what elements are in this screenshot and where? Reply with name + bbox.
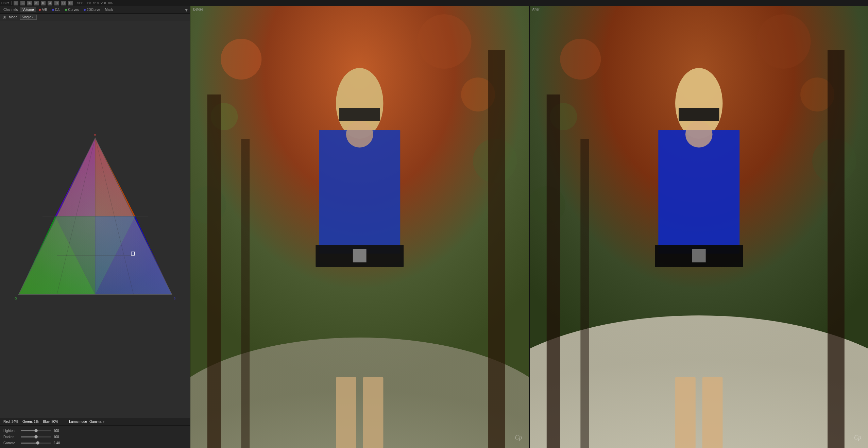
tab-curves-label: Curves [68,8,79,12]
slider-gamma-track[interactable] [21,443,51,444]
color-info-luma: Luma mode Gamma ▾ [69,420,104,424]
tab-curves-dot [65,9,67,11]
svg-point-30 [417,14,472,69]
svg-point-63 [685,121,712,148]
slider-darken-label: Darken [3,435,19,439]
svg-rect-38 [241,139,250,448]
after-label: After [532,7,540,11]
tab-cl[interactable]: C/L [50,7,63,12]
slider-row-gamma: Gamma 2.40 [3,440,187,446]
toolbar-separator-1 [11,1,12,5]
svg-rect-37 [488,50,505,448]
before-watermark: Cp [515,434,522,441]
svg-rect-55 [546,94,560,448]
slider-gamma-label: Gamma [3,441,19,445]
tab-ab[interactable]: A/B [37,7,49,12]
toolbar-info-h: H: 0 [86,1,91,5]
svg-point-29 [221,39,261,80]
svg-rect-65 [702,377,722,448]
slider-lighten-label: Lighten [3,429,19,433]
tab-curves[interactable]: Curves [63,7,81,12]
slider-lighten-fill [21,430,36,431]
svg-rect-43 [353,249,367,262]
svg-point-48 [560,39,601,80]
toolbar-info-o: 0% [108,1,113,5]
toolbar-hsps[interactable]: HSPs [1,1,9,5]
before-photo-svg [190,6,529,448]
color-info-green-value: 1% [34,420,38,424]
toolbar-info-s: S: 0 [93,1,99,5]
after-photo-svg [530,6,868,448]
mode-label: Mode [9,15,17,19]
toolbar-icon-4[interactable]: ✕ [34,1,39,5]
tab-volume-label: Volume [22,8,34,12]
after-image-panel: After [530,6,868,448]
toolbar-icon-9[interactable]: ⊟ [68,1,73,5]
tab-2dcurve[interactable]: 2DCurve [82,7,102,12]
toolbar-icon-1[interactable]: ⊞ [14,1,18,5]
slider-lighten-thumb[interactable] [34,429,38,432]
svg-rect-57 [580,139,589,448]
toolbar-icon-2[interactable]: ↔ [20,1,25,5]
slider-row-darken: Darken 100 [3,434,187,440]
panel-collapse-button[interactable]: ▼ [184,7,189,13]
svg-rect-59 [679,108,719,121]
color-wheel-svg: R G B [10,131,180,308]
svg-rect-45 [336,377,356,448]
svg-rect-41 [319,130,400,254]
toolbar-info-sec: SEC [77,1,84,5]
slider-lighten-value: 100 [53,429,64,433]
slider-gamma-fill [21,443,38,444]
tab-cl-label: C/L [55,8,61,12]
before-photo [190,6,529,448]
tab-volume[interactable]: Volume [20,7,36,12]
color-info-red-label: Red: [3,420,11,424]
svg-point-44 [346,121,373,148]
color-info-red-value: 24% [12,420,18,424]
toolbar-icon-7[interactable]: ⊙ [54,1,59,5]
mode-select[interactable]: Single Paired Multi [20,15,37,20]
toolbar-icon-5[interactable]: ⊠ [41,1,46,5]
toolbar-icon-6[interactable]: ◈ [48,1,52,5]
svg-rect-46 [363,377,384,448]
svg-rect-36 [207,94,221,448]
mode-radio[interactable] [3,16,6,19]
svg-rect-56 [828,50,845,448]
after-photo [530,6,868,448]
svg-rect-64 [675,377,696,448]
slider-darken-thumb[interactable] [34,435,38,438]
color-info-red: Red: 24% [3,420,18,424]
tab-channels[interactable]: Channels [1,7,20,12]
color-info-luma-value: Gamma [89,420,102,424]
svg-point-54 [530,315,868,448]
tab-mask[interactable]: Mask [103,7,115,12]
mode-row: Mode Single Paired Multi ▾ [0,14,190,21]
toolbar-icon-8[interactable]: ❑ [61,1,66,5]
color-wheel-area[interactable]: R G B [0,21,190,418]
tab-mask-label: Mask [105,8,113,12]
slider-darken-track[interactable] [21,436,51,437]
tab-2dcurve-label: 2DCurve [87,8,100,12]
slider-lighten-track[interactable] [21,430,51,431]
top-toolbar: HSPs ⊞ ↔ ⊕ ✕ ⊠ ◈ ⊙ ❑ ⊟ SEC H: 0 S: 0 V: … [0,0,868,6]
mode-radio-inner [4,16,5,18]
slider-darken-fill [21,436,36,437]
after-watermark: Cp [854,434,861,441]
color-info-row: Red: 24% Green: 1% Blue: 80% Luma mode G… [0,418,190,425]
tab-cl-dot [52,9,54,11]
svg-text:R: R [94,133,96,137]
luma-dropdown-icon[interactable]: ▾ [103,420,104,424]
toolbar-info-v: V: 0 [101,1,106,5]
svg-text:B: B [173,297,175,300]
slider-darken-value: 100 [53,435,64,439]
before-image-panel: Before [190,6,529,448]
toolbar-icon-3[interactable]: ⊕ [27,1,32,5]
before-label: Before [193,7,203,11]
tab-ab-label: A/B [42,8,47,12]
tab-channels-label: Channels [3,8,18,12]
right-panel: Before [190,6,868,448]
color-info-luma-label: Luma mode [69,420,87,424]
slider-gamma-thumb[interactable] [36,441,39,445]
slider-row-lighten: Lighten 100 [3,428,187,434]
tab-ab-dot [39,9,41,11]
